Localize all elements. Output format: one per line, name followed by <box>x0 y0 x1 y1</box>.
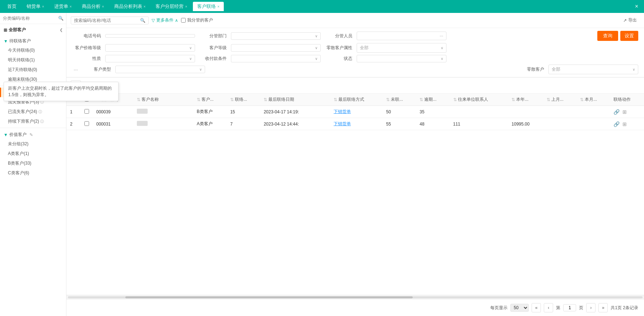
filter-row-2: 客户价格等级 ∨ 客户等级 ∨ 零散客户属性 全部 ∨ <box>72 43 638 53</box>
nav-close-customer-contact[interactable]: × <box>217 5 219 9</box>
filter-payment-dropdown[interactable]: ∨ <box>231 55 321 62</box>
first-page-button[interactable]: « <box>532 303 541 312</box>
nav-item-purchase-label: 进货单 <box>54 3 68 10</box>
filter-status-chevron: ∨ <box>441 57 443 61</box>
filter-scatter-attr-label: 零散客户属性 <box>324 45 352 51</box>
scrollbar-thumb[interactable] <box>125 296 413 298</box>
prev-page-button[interactable]: ‹ <box>544 303 553 312</box>
cell-this-year-1 <box>508 106 543 118</box>
filter-scatter-customer-label: 零散客户 <box>515 66 544 72</box>
sidebar-search-icon[interactable]: 🔍 <box>58 16 64 21</box>
sidebar-edit-icon[interactable]: ✎ <box>29 132 33 137</box>
filter-phone-input[interactable] <box>105 34 195 38</box>
export-button[interactable]: ↗ 导出 <box>620 16 640 25</box>
more-conditions-label: 更多条件 <box>156 17 173 23</box>
my-customers-checkbox[interactable] <box>181 18 186 23</box>
filter-scatter-attr-dropdown[interactable]: 全部 ∨ <box>357 43 446 53</box>
filter-search-input[interactable] <box>74 18 139 23</box>
last-contact-method-link-2[interactable]: 下销货单 <box>334 121 351 126</box>
window-close-button[interactable]: × <box>632 2 641 11</box>
nav-item-product-analysis[interactable]: 商品分析 × <box>78 2 108 11</box>
row-checkbox-2[interactable] <box>84 121 89 126</box>
filter-person-dropdown[interactable]: ··· <box>357 32 446 40</box>
filter-customer-level-dropdown[interactable]: ∨ <box>231 44 321 52</box>
table-row: 2 000031 A类客户 7 2023-04-12 14:44: 下销货单 <box>66 118 644 130</box>
action-icons-1: 🔗 ⊞ <box>613 109 640 115</box>
scrollbar-track <box>68 296 643 298</box>
col-category-label: 客户... <box>201 96 214 103</box>
nav-close-customer-tier[interactable]: × <box>185 5 187 9</box>
sidebar-item-declining[interactable]: 持续下滑客户(2) ⓘ <box>0 117 66 126</box>
sidebar-all-customers[interactable]: ⊞ 全部客户 ❮ <box>0 24 66 36</box>
avatar-2 <box>137 121 148 126</box>
link-icon-1[interactable]: 🔗 <box>613 109 620 115</box>
settings-button[interactable]: 设置 <box>620 31 638 41</box>
col-header-this-month: ⇅ 本月... <box>576 94 610 106</box>
sidebar-item-unclassified[interactable]: 未分组(32) <box>0 139 66 149</box>
top-navigation: 首页 销货单 × 进货单 × 商品分析 × 商品分析列表 × 客户分层经营 × … <box>0 0 644 13</box>
sidebar-search-input[interactable] <box>3 16 57 21</box>
col-last-contact-date-label: 最后联络日期 <box>268 96 294 103</box>
sidebar-item-class-a[interactable]: A类客户(1) <box>0 149 66 159</box>
sidebar-search-bar: 🔍 <box>0 13 66 24</box>
sidebar-group-pending[interactable]: ▼ 待联络客户 <box>0 36 66 46</box>
sidebar-item-class-c[interactable]: C类客户(6) <box>0 168 66 178</box>
col-name-label: 客户名称 <box>142 96 159 103</box>
last-contact-method-link-1[interactable]: 下销货单 <box>334 109 351 114</box>
filter-scatter-customer-dropdown[interactable]: 全部 ∨ <box>548 65 638 74</box>
nav-item-product-list[interactable]: 商品分析列表 × <box>110 2 150 11</box>
horizontal-scrollbar[interactable] <box>66 295 644 299</box>
sidebar-collapse-icon[interactable]: ❮ <box>60 28 62 32</box>
query-button[interactable]: 查询 <box>597 31 618 41</box>
filter-more-dots[interactable]: ··· <box>74 67 78 72</box>
nav-close-sales[interactable]: × <box>42 5 44 9</box>
grid-icon-2[interactable]: ⊞ <box>622 121 627 127</box>
nav-close-purchase[interactable]: × <box>70 5 72 9</box>
cell-name-2 <box>133 118 193 130</box>
nav-close-product-list[interactable]: × <box>144 5 146 9</box>
cell-last-contact-date-2: 2023-04-12 14:44: <box>260 118 330 130</box>
sidebar-item-7days[interactable]: 近7天待联络(0) <box>0 65 66 75</box>
sidebar-triangle-value: ▼ <box>4 132 8 137</box>
last-page-button[interactable]: » <box>598 303 608 312</box>
nav-item-purchase[interactable]: 进货单 × <box>50 2 76 11</box>
sidebar-group-value[interactable]: ▼ 价值客户 ✎ <box>0 129 66 139</box>
right-content: 🔍 ▽ 更多条件 ∧ 我分管的客户 ↗ 导出 电话号码 <box>66 13 644 316</box>
page-number-input[interactable] <box>563 304 576 311</box>
filter-dept-dropdown[interactable]: ∨ <box>231 32 321 40</box>
nav-item-customer-contact[interactable]: 客户联络 × <box>193 2 224 11</box>
link-icon-2[interactable]: 🔗 <box>613 121 620 127</box>
nav-item-home[interactable]: 首页 <box>3 2 21 11</box>
cell-this-year-2: 10995.00 <box>508 118 543 130</box>
filter-status-dropdown[interactable]: ∨ <box>357 55 446 62</box>
filter-action-buttons: 查询 设置 <box>597 31 638 41</box>
more-conditions-button[interactable]: ▽ 更多条件 ∧ <box>152 17 178 23</box>
filter-price-level-dropdown[interactable]: ∨ <box>105 44 195 52</box>
filter-customer-type-dropdown[interactable]: ∨ <box>115 66 205 73</box>
grid-icon-1[interactable]: ⊞ <box>622 109 627 115</box>
col-contact-label: 联络... <box>235 96 247 103</box>
nav-item-home-label: 首页 <box>7 3 17 10</box>
row-checkbox-1[interactable] <box>84 109 89 114</box>
sidebar-item-class-b[interactable]: B类客户(33) <box>0 159 66 168</box>
sidebar-item-tomorrow[interactable]: 明天待联络(1) <box>0 55 66 65</box>
cell-last-contact-date-1: 2023-04-17 14:19: <box>260 106 330 118</box>
filter-customer-type-label: 客户类型 <box>82 66 111 72</box>
cell-index-2: 2 <box>66 118 81 130</box>
filter-row-1: 电话号码 分管部门 ∨ 分管人员 ··· 查询 设置 <box>72 31 638 41</box>
sidebar-item-lost[interactable]: 已流失客户(24) ⓘ <box>0 107 66 117</box>
sidebar-grid-icon: ⊞ <box>4 28 7 33</box>
per-page-select[interactable]: 50 20 100 200 <box>510 304 529 312</box>
nav-item-sales[interactable]: 销货单 × <box>22 2 48 11</box>
nav-close-product-analysis[interactable]: × <box>102 5 104 9</box>
filter-price-level-label: 客户价格等级 <box>72 45 101 51</box>
nav-item-customer-tier[interactable]: 客户分层经营 × <box>151 2 191 11</box>
col-last-contact-method-label: 最后联络方式 <box>338 96 364 103</box>
filter-expanded: 电话号码 分管部门 ∨ 分管人员 ··· 查询 设置 <box>66 28 644 77</box>
col-sort-icon-uncontacted: ⇅ <box>386 97 390 102</box>
filter-nature-dropdown[interactable]: ∨ <box>105 55 195 62</box>
sidebar-item-today[interactable]: 今天待联络(0) <box>0 46 66 55</box>
filter-search-box: 🔍 <box>71 16 149 24</box>
filter-search-icon[interactable]: 🔍 <box>140 18 145 23</box>
next-page-button[interactable]: › <box>586 303 596 312</box>
